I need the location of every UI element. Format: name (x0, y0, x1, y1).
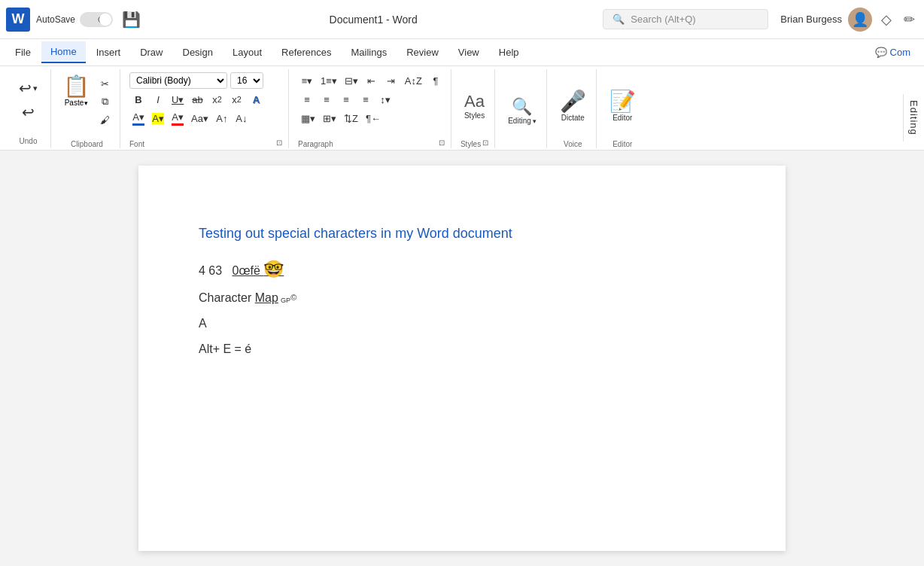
menu-draw[interactable]: Draw (131, 42, 172, 62)
editor-label: Editor (612, 137, 632, 148)
format-painter-button[interactable]: 🖌 (96, 111, 114, 128)
menu-bar: File Home Insert Draw Design Layout Refe… (0, 39, 924, 66)
editing-group: 🔍 Editing ▾ (498, 69, 547, 148)
styles-button[interactable]: Aa Styles (460, 90, 488, 122)
subscript-button[interactable]: x2 (208, 91, 226, 108)
paste-dropdown-arrow[interactable]: ▾ (84, 99, 88, 107)
styles-dialog-launcher[interactable]: ⊡ (482, 138, 488, 147)
superscript-button[interactable]: x2 (227, 91, 245, 108)
menu-insert[interactable]: Insert (87, 42, 130, 62)
rtl-button[interactable]: ¶← (363, 110, 384, 126)
editor-group: 📝 Editor Editor (600, 69, 646, 148)
menu-view[interactable]: View (449, 42, 488, 62)
clipboard-group: 📋 Paste ▾ ✂ ⧉ 🖌 Clipboard (54, 69, 120, 148)
comments-button[interactable]: 💬 Com (868, 44, 918, 61)
menu-review[interactable]: Review (397, 42, 448, 62)
align-center-button[interactable]: ≡ (318, 91, 336, 108)
ribbon: ↩ ▾ ↩ Undo 📋 Paste ▾ ✂ (0, 66, 924, 151)
italic-button[interactable]: I (149, 91, 167, 108)
gp-text: GP© (278, 293, 296, 302)
menu-design[interactable]: Design (174, 42, 222, 62)
editing-button[interactable]: 🔍 Editing ▾ (504, 95, 540, 127)
undo-button[interactable]: ↩ ▾ (15, 77, 41, 99)
strikethrough-button[interactable]: ab (188, 91, 206, 108)
title-bar: W AutoSave Off 💾 Document1 - Word 🔍 Sear… (0, 0, 924, 39)
justify-button[interactable]: ≡ (357, 91, 375, 108)
document-line1: 4 63 0œfë 🤓 (199, 260, 725, 279)
shading-button[interactable]: ▦▾ (298, 110, 318, 126)
undo-dropdown-arrow[interactable]: ▾ (33, 84, 38, 93)
word-logo: W (6, 8, 30, 32)
editing-mode-label: Editing (903, 94, 924, 142)
cut-button[interactable]: ✂ (96, 75, 114, 92)
autosave-circle (99, 14, 111, 26)
microphone-icon: 🎤 (560, 89, 586, 114)
line-spacing-button[interactable]: ↕▾ (376, 91, 394, 108)
user-area: Brian Burgess 👤 ◇ ✏ (780, 8, 918, 32)
multilevel-button[interactable]: ⊟▾ (342, 72, 361, 89)
user-name: Brian Burgess (780, 14, 842, 25)
pen-icon[interactable]: ✏ (901, 8, 918, 31)
user-avatar[interactable]: 👤 (848, 8, 872, 32)
bold-button[interactable]: B (129, 91, 147, 108)
document-page[interactable]: Testing out special characters in my Wor… (138, 166, 786, 551)
font-size-selector[interactable]: 16 (230, 72, 263, 89)
case-button[interactable]: Aa▾ (188, 110, 211, 126)
menu-mailings[interactable]: Mailings (342, 42, 397, 62)
special-chars-underlined: 0œfë 🤓 (232, 264, 284, 277)
grow-font-button[interactable]: A↑ (213, 110, 231, 126)
redo-icon: ↩ (22, 103, 35, 121)
menu-help[interactable]: Help (490, 42, 528, 62)
editing-label: Editing (508, 117, 531, 125)
search-placeholder: Search (Alt+Q) (631, 14, 695, 25)
borders-button[interactable]: ⊞▾ (320, 110, 339, 126)
font-color-button[interactable]: A▾ (129, 110, 147, 126)
underline-button[interactable]: U▾ (169, 91, 187, 108)
text-effects-button[interactable]: A (247, 91, 265, 108)
editor-button[interactable]: 📝 Editor (606, 87, 640, 124)
copy-button[interactable]: ⧉ (96, 93, 114, 110)
font-dialog-launcher[interactable]: ⊡ (276, 138, 282, 147)
diamond-icon[interactable]: ◇ (878, 8, 895, 31)
menu-layout[interactable]: Layout (223, 42, 271, 62)
voice-label: Voice (564, 137, 582, 148)
comments-icon: 💬 (875, 47, 887, 58)
text-color-button[interactable]: A▾ (169, 110, 187, 126)
voice-group: 🎤 Dictate Voice (550, 69, 597, 148)
paste-button[interactable]: 📋 Paste ▾ (60, 72, 93, 108)
dictate-button[interactable]: 🎤 Dictate (556, 87, 590, 124)
editing-icon: 🔍 (512, 97, 532, 117)
document-area: Testing out special characters in my Wor… (0, 151, 924, 566)
menu-file[interactable]: File (6, 42, 40, 62)
shrink-font-button[interactable]: A↓ (233, 110, 251, 126)
bullets-button[interactable]: ≡▾ (298, 72, 316, 89)
search-bar[interactable]: 🔍 Search (Alt+Q) (603, 9, 768, 29)
show-marks-button[interactable]: ¶ (427, 72, 445, 89)
styles-label: Styles (464, 111, 485, 120)
editor-icon: 📝 (609, 89, 636, 114)
decrease-indent-button[interactable]: ⇤ (363, 72, 381, 89)
undo-icon: ↩ (19, 79, 32, 97)
autosave-area: AutoSave Off (36, 12, 113, 27)
font-name-selector[interactable]: Calibri (Body) (129, 72, 227, 89)
increase-indent-button[interactable]: ⇥ (382, 72, 400, 89)
align-left-button[interactable]: ≡ (298, 91, 316, 108)
redo-button[interactable]: ↩ (17, 101, 41, 123)
numbering-button[interactable]: 1≡▾ (318, 72, 340, 89)
autosave-toggle[interactable]: Off (80, 12, 113, 27)
save-button[interactable]: 💾 (119, 8, 144, 32)
editing-dropdown-arrow[interactable]: ▾ (533, 117, 536, 125)
align-right-button[interactable]: ≡ (337, 91, 355, 108)
highlight-button[interactable]: A▾ (149, 110, 167, 126)
menu-home[interactable]: Home (41, 41, 86, 63)
document-line2: Character Map GP© (199, 291, 725, 305)
menu-references[interactable]: References (272, 42, 340, 62)
document-line4: Alt+ E = é (199, 342, 725, 356)
undo-group-label: Undo (20, 134, 38, 145)
search-icon: 🔍 (612, 14, 625, 25)
paragraph-dialog-launcher[interactable]: ⊡ (439, 138, 445, 147)
paragraph-group: ≡▾ 1≡▾ ⊟▾ ⇤ ⇥ A↕Z ¶ ≡ ≡ ≡ ≡ ↕▾ ▦▾ ⊞▾ ⇅Z … (292, 69, 451, 148)
text-direction-button[interactable]: ⇅Z (341, 110, 361, 126)
document-line3: A (199, 317, 725, 330)
sort-button[interactable]: A↕Z (402, 72, 425, 89)
